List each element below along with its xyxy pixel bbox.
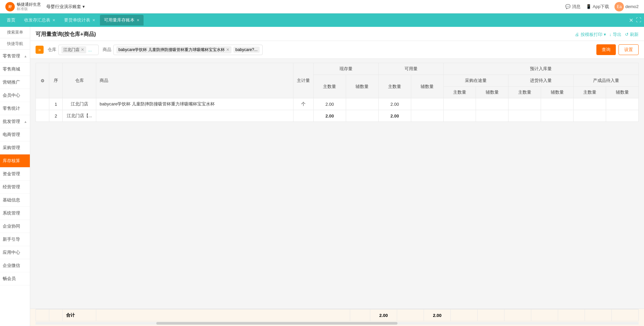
warehouse-label: 仓库: [48, 47, 56, 53]
sidebar-item-system[interactable]: 系统管理: [0, 207, 30, 220]
cell-pt-aux: [476, 110, 508, 122]
warehouse-more[interactable]: ...: [88, 47, 92, 52]
tab-close-order[interactable]: ✕: [92, 18, 95, 22]
avatar: Ea: [614, 2, 624, 11]
nav-tabs: 首页 收发存汇总表 ✕ 要货单统计表 ✕ 可用量库存账本 ✕ ✕ ⛶: [0, 13, 644, 27]
sidebar-item-operations[interactable]: 经营管理: [0, 181, 30, 194]
cell-prod-aux: [606, 110, 639, 122]
sidebar-item-inventory[interactable]: 库存核算: [0, 154, 30, 168]
tab-available-stock[interactable]: 可用量库存账本 ✕: [100, 15, 144, 26]
page-actions: 🖨 按模板打印 ▾ ↓ 导出 ↺ 刷新: [575, 32, 639, 38]
data-table: ⚙ 序 仓库 商品 主计量 现存量 可用量 预计入库量 主数量 辅数量 主数量 …: [36, 63, 639, 122]
app-download-button[interactable]: 📱 App下载: [586, 4, 609, 10]
cell-product: [96, 110, 293, 122]
th-pt-main: 主数量: [443, 87, 476, 98]
cell-no: 1: [49, 98, 63, 110]
close-all-tabs-icon[interactable]: ✕: [629, 17, 633, 24]
cell-prod-main: [574, 98, 606, 110]
sidebar-item-new-guide[interactable]: 新手引导: [0, 233, 30, 246]
refresh-button[interactable]: ↺ 刷新: [625, 32, 639, 38]
sidebar-search[interactable]: 搜索菜单: [0, 27, 30, 38]
cell-pp-main: [508, 110, 541, 122]
bottom-area: 合计 2.00 2.00: [30, 309, 644, 326]
cell-warehouse: 江北门店【...: [63, 110, 96, 122]
sidebar-item-enterprise-collab[interactable]: 企业协同: [0, 220, 30, 233]
remove-warehouse-tag[interactable]: ✕: [81, 47, 84, 52]
product-input[interactable]: babycare学饮杯 儿童防摔防撞吸管杯重力球吸嘴杯宝宝水杯 ✕ babyca…: [113, 45, 263, 55]
print-dropdown-icon: ▾: [604, 32, 606, 37]
sidebar-item-enterprise-wechat[interactable]: 企业微信: [0, 259, 30, 272]
refresh-icon: ↺: [625, 32, 629, 37]
tab-home[interactable]: 首页: [3, 15, 19, 26]
summary-pt-aux: [504, 309, 531, 321]
sidebar-item-ecommerce[interactable]: 电商管理: [0, 128, 30, 141]
summary-avail-aux: [451, 309, 478, 321]
expand-icon: ▲: [24, 120, 27, 124]
chevron-down-icon: ▾: [83, 4, 85, 9]
cell-stock-main: 2.00: [314, 98, 346, 110]
sidebar-item-purchase[interactable]: 采购管理: [0, 141, 30, 154]
th-settings[interactable]: ⚙: [36, 63, 49, 98]
sidebar-item-wholesale[interactable]: 批发管理 ▲: [0, 115, 30, 128]
export-icon: ↓: [609, 32, 612, 37]
warehouse-tag: 江北门店 ✕: [61, 46, 86, 53]
th-purchase-transit: 采购在途量: [443, 75, 508, 87]
sidebar-item-finance[interactable]: 资金管理: [0, 168, 30, 181]
settings-button[interactable]: 设置: [619, 44, 639, 55]
th-pp-main: 主数量: [508, 87, 541, 98]
product-tag-2: babycare?...: [233, 47, 260, 53]
user-profile[interactable]: Ea demo2: [614, 2, 639, 11]
print-button[interactable]: 🖨 按模板打印 ▾: [575, 32, 606, 38]
tab-receipt-summary[interactable]: 收发存汇总表 ✕: [20, 15, 59, 26]
cell-unit: [293, 110, 314, 122]
th-no: 序: [49, 63, 63, 98]
sidebar-item-retail-shop[interactable]: 零售商城: [0, 63, 30, 76]
top-bar-left: 好 畅捷通好生意 标准版 母婴行业演示账套 ▾: [5, 2, 88, 11]
export-button[interactable]: ↓ 导出: [609, 32, 622, 38]
sidebar-item-marketing[interactable]: 营销推广: [0, 76, 30, 89]
sidebar-item-member[interactable]: 会员中心: [0, 89, 30, 102]
sidebar-item-retail-stats[interactable]: 零售统计: [0, 102, 30, 115]
cell-warehouse: 江北门店: [63, 98, 96, 110]
cell-stock-aux: [346, 110, 378, 122]
remove-product-tag-1[interactable]: ✕: [226, 47, 229, 52]
th-prod-main: 主数量: [574, 87, 606, 98]
sidebar-item-basic-info[interactable]: 基础信息: [0, 194, 30, 207]
tab-close-receipt[interactable]: ✕: [52, 18, 55, 22]
messages-button[interactable]: 💬 消息: [565, 4, 581, 10]
sidebar-item-vip[interactable]: 畅会员: [0, 272, 30, 285]
scrollbar-thumb[interactable]: [156, 322, 397, 325]
main-layout: 搜索菜单 快捷导航 零售管理 ▲ 零售商城 营销推广 会员中心 零售统计 批发管…: [0, 27, 644, 326]
filter-bar: » 仓库 江北门店 ✕ ... 商品 babycare学饮杯 儿童防摔防撞吸管杯…: [30, 41, 644, 59]
summary-pp-main: [531, 309, 558, 321]
tab-order-stats[interactable]: 要货单统计表 ✕: [60, 15, 99, 26]
summary-label: 合计: [63, 309, 96, 321]
summary-stock-main: 2.00: [370, 309, 397, 321]
cell-settings: [36, 110, 49, 122]
th-produced-pending: 产成品待入量: [574, 75, 639, 87]
th-stock-aux: 辅数量: [346, 75, 378, 98]
summary-row: 合计 2.00 2.00: [36, 309, 639, 321]
tab-close-available[interactable]: ✕: [137, 18, 140, 22]
query-button[interactable]: 查询: [596, 44, 616, 55]
sidebar-item-app-center[interactable]: 应用中心: [0, 246, 30, 259]
maximize-icon[interactable]: ⛶: [636, 17, 641, 23]
nav-tab-end: ✕ ⛶: [629, 17, 644, 24]
cell-product: babycare学饮杯 儿童防摔防撞吸管杯重力球吸嘴杯宝宝水杯: [96, 98, 293, 110]
horizontal-scrollbar[interactable]: [36, 322, 639, 325]
sidebar: 搜索菜单 快捷导航 零售管理 ▲ 零售商城 营销推广 会员中心 零售统计 批发管…: [0, 27, 30, 326]
expand-icon: ▲: [24, 54, 27, 58]
sidebar-quick-nav[interactable]: 快捷导航: [0, 38, 30, 50]
company-select[interactable]: 母婴行业演示账套 ▾: [44, 2, 88, 11]
warehouse-input[interactable]: 江北门店 ✕ ...: [58, 45, 99, 55]
sidebar-item-retail-mgmt[interactable]: 零售管理 ▲: [0, 50, 30, 63]
th-pp-aux: 辅数量: [541, 87, 574, 98]
th-main-unit: 主计量: [293, 63, 314, 98]
warehouse-filter-group: 仓库 江北门店 ✕ ...: [48, 45, 99, 55]
logo-text: 畅捷通好生意 标准版: [17, 2, 41, 11]
cell-pt-aux: [476, 98, 508, 110]
filter-expand-button[interactable]: »: [36, 46, 44, 54]
product-label: 商品: [103, 47, 111, 53]
summary-avail-main: 2.00: [424, 309, 451, 321]
summary-pt-main: [478, 309, 504, 321]
